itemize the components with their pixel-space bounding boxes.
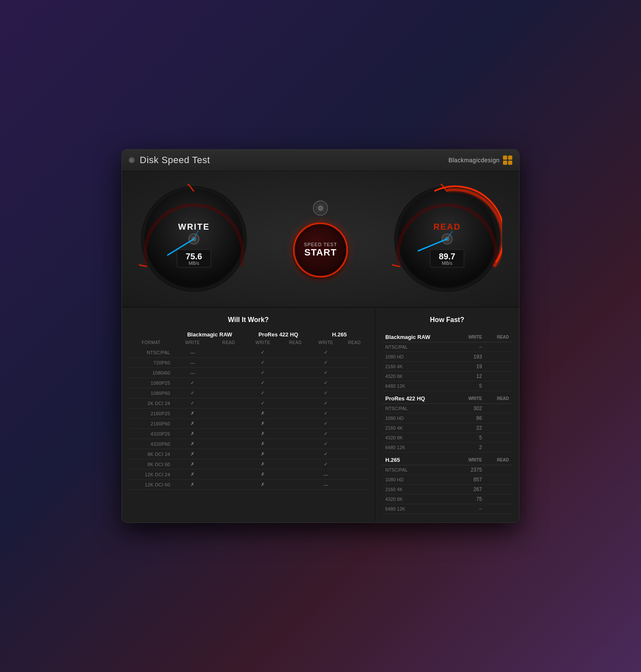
- will-table-row: 4320p60✗✗✓: [129, 439, 368, 449]
- app-title: Disk Speed Test: [140, 155, 210, 166]
- fast-table-row: 1080 HD193: [382, 352, 512, 362]
- close-button[interactable]: ×: [129, 157, 135, 163]
- fast-read-cell: [485, 443, 512, 453]
- fast-table-row: 1080 HD86: [382, 414, 512, 423]
- tables-section: Will It Work? Blackmagic RAW ProRes 422 …: [122, 307, 519, 522]
- fast-format-cell: NTSC/PAL: [382, 342, 456, 352]
- settings-button[interactable]: ⚙: [313, 200, 328, 216]
- will-table-cell: ✗: [246, 439, 280, 449]
- will-table-cell: ✗: [246, 408, 280, 419]
- will-table-cell: [280, 439, 311, 449]
- fast-read-cell: [485, 381, 512, 391]
- how-fast-table: Blackmagic RAWWRITEREADNTSC/PAL–1080 HD1…: [382, 330, 512, 514]
- will-table-cell: [341, 439, 368, 449]
- prores-write-subheader: WRITE: [246, 339, 280, 347]
- will-table-cell: 720p60: [129, 358, 174, 368]
- will-table-cell: ✗: [246, 419, 280, 429]
- will-table-cell: ✓: [311, 429, 341, 439]
- will-table-cell: ✓: [311, 439, 341, 449]
- will-table-cell: [280, 378, 311, 388]
- will-table-cell: ✓: [246, 398, 280, 408]
- fast-format-cell: 2160 4K: [382, 423, 456, 433]
- fast-write-cell: 2: [456, 443, 485, 453]
- fast-table-row: 1080 HD857: [382, 475, 512, 485]
- will-table-cell: [280, 459, 311, 469]
- will-table-cell: [280, 347, 311, 358]
- svg-text:MB/s: MB/s: [442, 261, 453, 266]
- will-table-cell: 2K DCI 24: [129, 398, 174, 408]
- will-table-cell: 8K DCI 24: [129, 449, 174, 459]
- will-table-cell: ✗: [174, 408, 212, 419]
- will-table-cell: [280, 449, 311, 459]
- fast-table-row: NTSC/PAL302: [382, 404, 512, 414]
- fast-table-row: 4320 8K12: [382, 372, 512, 381]
- fast-read-cell: [485, 362, 512, 372]
- brand-icon-cell-2: [508, 156, 512, 160]
- will-table-cell: [341, 408, 368, 419]
- fast-write-cell: 2375: [456, 465, 485, 475]
- fast-read-col-header: READ: [485, 330, 512, 342]
- fast-table-row: 6480 12K–: [382, 504, 512, 514]
- will-table-cell: ✗: [246, 429, 280, 439]
- fast-table-row: 6480 12K5: [382, 381, 512, 391]
- start-button[interactable]: SPEED TEST START: [293, 222, 348, 278]
- will-table-cell: [341, 378, 368, 388]
- gauges-section: WRITE 75.6 MB/s ⚙ SPEED TEST START: [122, 171, 519, 307]
- will-table-cell: ✓: [311, 449, 341, 459]
- will-table-cell: ✗: [174, 419, 212, 429]
- braw-write-subheader: WRITE: [174, 339, 212, 347]
- will-table-cell: [341, 429, 368, 439]
- will-table-cell: 4320p25: [129, 429, 174, 439]
- will-table-cell: ✓: [174, 378, 212, 388]
- fast-format-cell: 4320 8K: [382, 494, 456, 504]
- title-bar: × Disk Speed Test Blackmagicdesign: [122, 150, 519, 171]
- app-window: × Disk Speed Test Blackmagicdesign: [122, 149, 519, 523]
- fast-write-col-header: WRITE: [456, 330, 485, 342]
- will-it-work-table: Blackmagic RAW ProRes 422 HQ H.265 FORMA…: [129, 330, 368, 490]
- will-table-cell: 1080p25: [129, 378, 174, 388]
- will-table-row: 8K DCI 24✗✗✓: [129, 449, 368, 459]
- will-table-cell: [341, 459, 368, 469]
- svg-text:89.7: 89.7: [439, 252, 456, 261]
- fast-group-header: Blackmagic RAWWRITEREAD: [382, 330, 512, 342]
- brand-icon-cell-4: [508, 161, 512, 165]
- will-table-cell: ✓: [311, 347, 341, 358]
- fast-group-name: H.265: [382, 453, 456, 465]
- will-table-cell: ✓: [311, 419, 341, 429]
- will-table-cell: ✓: [311, 388, 341, 398]
- will-table-cell: [280, 388, 311, 398]
- fast-read-cell: [485, 504, 512, 514]
- will-table-cell: [341, 347, 368, 358]
- will-table-row: 2160p60✗✗✓: [129, 419, 368, 429]
- will-table-cell: [280, 419, 311, 429]
- will-table-cell: ✓: [311, 398, 341, 408]
- will-table-cell: [212, 480, 246, 490]
- fast-read-cell: [485, 372, 512, 381]
- fast-format-cell: 1080 HD: [382, 414, 456, 423]
- will-table-cell: [280, 480, 311, 490]
- will-table-row: 8K DCI 60✗✗✓: [129, 459, 368, 469]
- fast-read-cell: [485, 465, 512, 475]
- fast-read-col-header: READ: [485, 391, 512, 404]
- read-gauge: READ 89.7 MB/s: [392, 184, 502, 294]
- will-table-cell: ✓: [311, 459, 341, 469]
- will-table-cell: [341, 368, 368, 378]
- brand-icon: [503, 156, 512, 165]
- start-button-label-main: START: [304, 247, 337, 258]
- write-gauge: WRITE 75.6 MB/s: [139, 184, 249, 294]
- will-table-cell: ✓: [246, 358, 280, 368]
- will-table-cell: NTSC/PAL: [129, 347, 174, 358]
- format-subheader: FORMAT: [129, 339, 174, 347]
- will-table-cell: ✓: [246, 347, 280, 358]
- will-table-cell: [341, 398, 368, 408]
- fast-write-cell: 86: [456, 414, 485, 423]
- fast-format-cell: 1080 HD: [382, 352, 456, 362]
- will-table-cell: —: [174, 358, 212, 368]
- will-table-cell: [341, 358, 368, 368]
- fast-table-row: 2160 4K19: [382, 362, 512, 372]
- fast-format-cell: 1080 HD: [382, 475, 456, 485]
- fast-write-col-header: WRITE: [456, 391, 485, 404]
- will-table-cell: [212, 368, 246, 378]
- h265-read-subheader: READ: [341, 339, 368, 347]
- will-table-cell: [212, 388, 246, 398]
